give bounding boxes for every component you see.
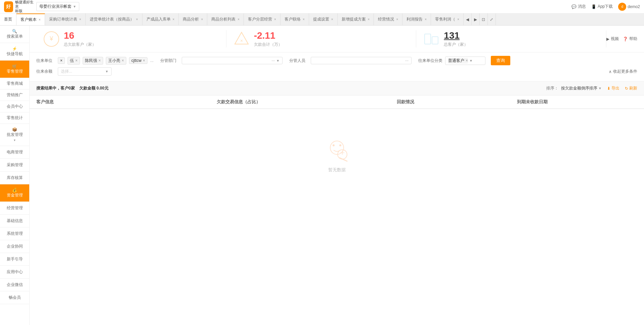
sidebar-item-app-center[interactable]: 应用中心 <box>0 266 29 279</box>
tab-profit-report[interactable]: 利润报告 × <box>402 13 431 26</box>
col-due-date: 到期未收款日期 <box>517 99 637 105</box>
tab-customer-contact[interactable]: 客户联络 × <box>281 13 309 26</box>
category-tag-normal[interactable]: 普通客户 × <box>448 58 468 64</box>
dept-input[interactable]: ··· ▼ <box>182 57 283 64</box>
store-selector[interactable]: 母婴行业演示帐套 ▼ <box>36 2 79 11</box>
tab-goods-analysis[interactable]: 商品分析 × <box>179 13 207 26</box>
tab-close-icon[interactable]: × <box>368 17 370 21</box>
search-icon: 🔍 <box>0 29 29 34</box>
avatar: d <box>618 3 626 11</box>
svg-line-10 <box>340 158 347 161</box>
search-summary: 搜索结果中，客户0家 欠款金额 0.00元 <box>36 83 109 93</box>
refresh-icon: ↻ <box>625 86 628 91</box>
tab-close-icon[interactable]: × <box>136 17 138 21</box>
sidebar-item-retail-mall[interactable]: 零售商城 <box>0 78 29 89</box>
tab-close-icon[interactable]: × <box>425 17 427 21</box>
tab-close-icon[interactable]: × <box>201 17 203 21</box>
tab-close-icon[interactable]: × <box>396 17 398 21</box>
tab-close-icon[interactable]: × <box>331 17 333 21</box>
sidebar-item-vip[interactable]: 畅会员 <box>0 291 29 304</box>
filter-tag-wu[interactable]: 伍 × <box>68 57 80 65</box>
tab-home[interactable]: 首页 <box>0 13 16 26</box>
stat-total-customers: 131 总客户（家） <box>416 30 606 47</box>
sidebar-item-inventory[interactable]: 库存核算 <box>0 172 29 184</box>
tab-stock-stats[interactable]: 进货单统计表（按商品） × <box>86 13 142 26</box>
col-repayment: 回款情况 <box>397 99 517 105</box>
tab-expand-btn[interactable]: ⊡ <box>480 13 488 26</box>
tab-close-icon[interactable]: × <box>274 17 276 21</box>
export-btn[interactable]: ⬇ 导出 <box>607 85 619 91</box>
tab-purchase-order[interactable]: 采购订单统计表 × <box>45 13 86 26</box>
tab-fullscreen-btn[interactable]: ⤢ <box>488 13 496 26</box>
sidebar-item-purchase[interactable]: 采购管理 <box>0 159 29 172</box>
sidebar-item-retail-stats[interactable]: 零售统计 <box>0 112 29 124</box>
sidebar-item-new-guide[interactable]: 新手引导 <box>0 253 29 266</box>
message-btn[interactable]: 💬 消息 <box>571 4 586 9</box>
total-customers-label: 总客户（家） <box>444 42 468 47</box>
filter-tag-wang[interactable]: 王小亮 × <box>106 57 126 65</box>
tab-retail-profit[interactable]: 零售利润（ × <box>431 13 464 26</box>
tab-prev-btn[interactable]: ◀ <box>464 13 472 26</box>
sidebar-item-enterprise[interactable]: 企业协同 <box>0 240 29 253</box>
tab-customer-tier[interactable]: 客户分层经营 × <box>244 13 281 26</box>
tag-close-icon[interactable]: × <box>98 58 101 63</box>
collapse-btn[interactable]: ∧ 收起更多条件 <box>609 69 637 74</box>
tab-promotion-settings[interactable]: 提成设置 × <box>309 13 338 26</box>
tab-close-icon[interactable]: × <box>173 17 175 21</box>
person-input[interactable]: ··· <box>311 57 412 64</box>
tab-close-icon[interactable]: × <box>39 18 41 22</box>
stat-debt: × -2.11 欠款合计（万） <box>226 30 417 47</box>
sidebar-item-quick-nav[interactable]: ⚡ 快捷导航 <box>0 43 29 61</box>
logo-icon: 好 <box>4 1 13 12</box>
sidebar-item-sys-mgmt[interactable]: 系统管理 <box>0 227 29 240</box>
sidebar-item-ecommerce[interactable]: 电商管理 <box>0 146 29 159</box>
main-layout: 🔍 搜索菜单 ⚡ 快捷导航 🛒 零售管理 零售商城 营销推广 会员中心 零售统计… <box>0 26 644 325</box>
sidebar-item-batch-mgmt[interactable]: 📦 批发管理 ▾ <box>0 124 29 146</box>
sidebar-item-search[interactable]: 🔍 搜索菜单 <box>0 26 29 43</box>
sidebar-item-marketing[interactable]: 营销推广 <box>0 89 29 101</box>
svg-point-7 <box>333 144 335 146</box>
header-left: 好 畅捷通好生意 标版 母婴行业演示帐套 ▼ <box>4 0 79 13</box>
tab-close-icon[interactable]: × <box>79 17 81 21</box>
tag-close-icon[interactable]: × <box>122 58 124 63</box>
tab-goods-analysis-list[interactable]: 商品分析列表 × <box>207 13 244 26</box>
search-button[interactable]: 查询 <box>491 56 510 65</box>
balance-select[interactable]: 选择... ▼ <box>58 67 112 76</box>
sidebar-item-operations[interactable]: 经营管理 <box>0 202 29 215</box>
help-btn[interactable]: ❓ 帮助 <box>623 36 637 42</box>
filter-tag-chen[interactable]: 陈民强 × <box>83 57 103 65</box>
filter-area: 往来单位 × 伍 × 陈民强 × 王小亮 × cjttcw <box>30 52 644 81</box>
refresh-btn[interactable]: ↻ 刷新 <box>625 85 637 91</box>
filter-more-tags[interactable]: ... <box>150 58 154 63</box>
tab-close-icon[interactable]: × <box>457 17 459 21</box>
video-btn[interactable]: ▶ 视频 <box>606 36 619 42</box>
chevron-icon: ▼ <box>105 70 109 73</box>
stat-customers: ¥ 16 总欠款客户（家） <box>36 30 226 47</box>
sidebar-item-corp-wechat[interactable]: 企业微信 <box>0 279 29 291</box>
tab-close-icon[interactable]: × <box>238 17 240 21</box>
sidebar-item-member-center[interactable]: 会员中心 <box>0 101 29 112</box>
help-icon: ❓ <box>623 37 628 41</box>
tab-account[interactable]: 客户账本 × <box>16 13 45 26</box>
tag-close-icon[interactable]: × <box>75 58 78 63</box>
logo: 好 畅捷通好生意 标版 <box>4 0 34 13</box>
unit-label: 往来单位 <box>36 58 55 64</box>
tag-close-icon[interactable]: × <box>466 58 468 63</box>
tab-close-icon[interactable]: × <box>303 17 305 21</box>
sidebar-item-finance[interactable]: 💰 资金管理 <box>0 184 29 202</box>
filter-tag-cjttcw[interactable]: cjttcw × <box>129 57 147 64</box>
tag-close-icon[interactable]: × <box>143 58 145 63</box>
sort-select[interactable]: 按欠款金额倒序排序 ▼ <box>561 85 602 91</box>
app-download-btn[interactable]: 📱 App下载 <box>591 4 613 9</box>
filter-tag-unit-x[interactable]: × <box>58 57 65 64</box>
tab-next-btn[interactable]: ▶ <box>472 13 480 26</box>
sidebar-item-basic-info[interactable]: 基础信息 <box>0 215 29 227</box>
tab-product-stock[interactable]: 产成品入库单 × <box>142 13 179 26</box>
sidebar-item-retail-mgmt[interactable]: 🛒 零售管理 <box>0 61 29 78</box>
category-select[interactable]: 普通客户 × ▼ <box>445 57 485 65</box>
debt-info: -2.11 欠款合计（万） <box>254 30 282 47</box>
col-customer-info: 客户信息 <box>36 99 217 105</box>
user-avatar-btn[interactable]: d demo2 <box>618 3 640 11</box>
tab-new-scheme[interactable]: 新增提成方案 × <box>338 13 374 26</box>
tab-operations[interactable]: 经营情况 × <box>374 13 402 26</box>
